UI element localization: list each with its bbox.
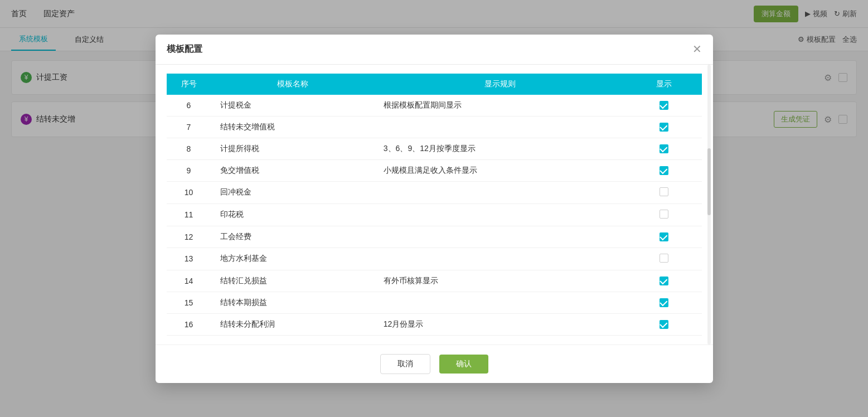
cell-index: 11	[167, 203, 211, 226]
checkbox-row-16[interactable]	[660, 320, 668, 329]
modal-header: 模板配置 ✕	[156, 35, 713, 65]
cell-checkbox	[626, 138, 701, 159]
col-header-index: 序号	[167, 74, 211, 95]
col-header-name: 模板名称	[211, 74, 375, 95]
cell-checkbox	[626, 270, 701, 292]
cell-rule: 根据模板配置期间显示	[375, 95, 626, 117]
checkbox-row-14[interactable]	[660, 277, 668, 285]
cell-name: 地方水利基金	[211, 248, 375, 270]
table-row: 14结转汇兑损益有外币核算显示	[167, 270, 702, 292]
cell-index: 10	[167, 181, 211, 203]
cell-index: 9	[167, 159, 211, 181]
scrollbar[interactable]	[707, 65, 711, 345]
cell-rule	[375, 203, 626, 226]
cell-rule: 12月份显示	[375, 313, 626, 335]
cell-name: 结转未交增值税	[211, 116, 375, 138]
checkbox-row-8[interactable]	[660, 144, 668, 153]
cell-rule	[375, 248, 626, 270]
cell-name: 免交增值税	[211, 159, 375, 181]
cell-rule: 有外币核算显示	[375, 270, 626, 292]
cell-rule: 3、6、9、12月按季度显示	[375, 138, 626, 159]
cell-rule	[375, 226, 626, 248]
table-row: 7结转未交增值税	[167, 116, 702, 138]
cell-checkbox	[626, 292, 701, 313]
cell-name: 回冲税金	[211, 181, 375, 203]
modal-title: 模板配置	[167, 43, 202, 55]
checkbox-row-15[interactable]	[660, 298, 668, 307]
cell-rule: 小规模且满足收入条件显示	[375, 159, 626, 181]
table-header-row: 序号 模板名称 显示规则 显示	[167, 74, 702, 95]
cell-name: 结转汇兑损益	[211, 270, 375, 292]
cell-index: 12	[167, 226, 211, 248]
cell-index: 7	[167, 116, 211, 138]
table-row: 8计提所得税3、6、9、12月按季度显示	[167, 138, 702, 159]
cell-checkbox	[626, 159, 701, 181]
confirm-button[interactable]: 确认	[439, 355, 488, 374]
cell-name: 工会经费	[211, 226, 375, 248]
config-table: 序号 模板名称 显示规则 显示 6计提税金根据模板配置期间显示7结转未交增值税8…	[167, 74, 702, 336]
cell-index: 6	[167, 95, 211, 117]
modal-overlay: 模板配置 ✕ 序号 模板名称 显示规则 显示 6计提税金根据模板配置期间显示7结…	[0, 0, 868, 417]
scrollbar-thumb[interactable]	[707, 148, 711, 215]
close-button[interactable]: ✕	[692, 43, 702, 55]
cell-index: 13	[167, 248, 211, 270]
modal-footer: 取消 确认	[156, 345, 713, 383]
table-row: 9免交增值税小规模且满足收入条件显示	[167, 159, 702, 181]
table-row: 6计提税金根据模板配置期间显示	[167, 95, 702, 117]
cell-checkbox	[626, 181, 701, 203]
table-row: 12工会经费	[167, 226, 702, 248]
cell-checkbox	[626, 203, 701, 226]
table-row: 15结转本期损益	[167, 292, 702, 313]
cell-index: 16	[167, 313, 211, 335]
cell-checkbox	[626, 226, 701, 248]
cell-name: 结转本期损益	[211, 292, 375, 313]
checkbox-row-10[interactable]	[660, 187, 668, 196]
cell-name: 计提所得税	[211, 138, 375, 159]
cell-checkbox	[626, 116, 701, 138]
table-row: 16结转未分配利润12月份显示	[167, 313, 702, 335]
cell-index: 14	[167, 270, 211, 292]
table-row: 11印花税	[167, 203, 702, 226]
cell-checkbox	[626, 248, 701, 270]
cell-index: 8	[167, 138, 211, 159]
cell-name: 结转未分配利润	[211, 313, 375, 335]
template-config-modal: 模板配置 ✕ 序号 模板名称 显示规则 显示 6计提税金根据模板配置期间显示7结…	[156, 35, 713, 383]
checkbox-row-13[interactable]	[660, 254, 668, 263]
col-header-display: 显示	[626, 74, 701, 95]
modal-body: 序号 模板名称 显示规则 显示 6计提税金根据模板配置期间显示7结转未交增值税8…	[156, 65, 713, 345]
table-row: 10回冲税金	[167, 181, 702, 203]
checkbox-row-11[interactable]	[660, 210, 668, 219]
cell-checkbox	[626, 95, 701, 117]
checkbox-row-7[interactable]	[660, 123, 668, 132]
cell-name: 计提税金	[211, 95, 375, 117]
checkbox-row-9[interactable]	[660, 166, 668, 175]
checkbox-row-6[interactable]	[660, 101, 668, 110]
cell-name: 印花税	[211, 203, 375, 226]
cell-rule	[375, 292, 626, 313]
table-row: 13地方水利基金	[167, 248, 702, 270]
cell-rule	[375, 116, 626, 138]
cell-checkbox	[626, 313, 701, 335]
cell-index: 15	[167, 292, 211, 313]
checkbox-row-12[interactable]	[660, 232, 668, 241]
col-header-rule: 显示规则	[375, 74, 626, 95]
cancel-button[interactable]: 取消	[380, 354, 430, 374]
cell-rule	[375, 181, 626, 203]
